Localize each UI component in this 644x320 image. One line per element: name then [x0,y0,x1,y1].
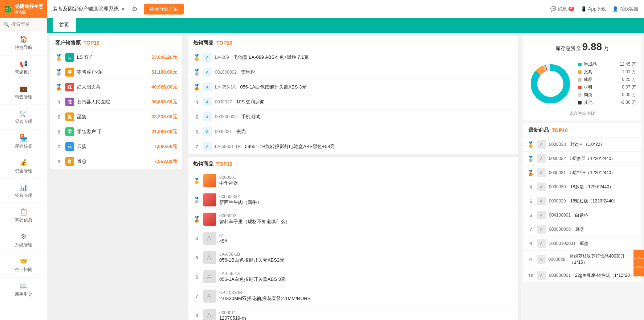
legend-item: 其他 -3.86 万 [578,99,636,106]
new-product-item[interactable]: 4 Ai 0000030 18多层（1220*2440） [523,180,641,194]
new-product-item[interactable]: 🥉 Ai 0000031 5层中纤（1220*2440） [523,166,641,180]
system-title-text: 装备及固定资产辅助管理系统 [53,6,119,12]
new-product-name: 原垄 [575,226,584,233]
sidebar-item-sales[interactable]: 💼 销售管理 [0,80,47,105]
hot-sale-item[interactable]: 7 Ai NB2.0X30B 2.0X30MM双搓花轴,搓花直径2.1MM/RO… [188,287,518,306]
new-product-item[interactable]: 7 Ai 000800008 原垄 [523,222,641,237]
hot-sale-item[interactable]: 🥇 0000001 中华神器 [188,171,518,190]
customer-rank-item[interactable]: 4 苍 苍南县人民医院 36,600.00元 [50,95,182,110]
search-icon: 🔍 [4,22,9,27]
customer-rank-item[interactable]: 🥇 L LS 客户 53,006.26元 [50,50,182,65]
service-icon: 👤 [612,6,618,12]
customer-ranking-header: 客户销售额 TOP10 [50,36,182,50]
new-product-item[interactable]: 🥇 Ai 0000033 封边带（1.0*22） [523,138,641,152]
product-code: 01 [219,233,513,238]
sidebar-label-finance: 资金管理 [15,168,32,174]
customer-amount: 36,600.00元 [151,99,177,105]
hot-sale-item[interactable]: 8 Ai 0000011 12070519-xs [188,306,518,320]
customer-amount: 51,183.00元 [151,69,177,75]
hot-product-item[interactable]: 7 Ai LA-59651-1B 59651-1B旋转投影灯电池盒ABS黑色+5… [188,139,518,154]
product-info: LA-056-1B 056-1B白色按键开关壳ABS2壳 [219,252,513,263]
customer-rank-item[interactable]: 6 零 零售客户-于 21,680.00元 [50,124,182,139]
customer-rank-item[interactable]: 🥉 红 红太阳文具 40,925.00元 [50,80,182,95]
new-product-name: 18颗粒板（1220*2440） [570,198,618,204]
hot-product-item[interactable]: 🥇 Ai LA-089 电池盖 LA-089 ABS本色+黑种 7.1克 [188,50,518,65]
float-btn-live[interactable]: 直播 [633,267,644,276]
dropdown-icon[interactable]: ▼ [121,6,126,12]
product-name: 夹壳 [236,128,246,135]
float-btn-service[interactable]: 客服热线 [633,250,644,258]
new-product-code: 0000032 [549,156,566,161]
home-icon: 🏠 [20,35,28,43]
sidebar-item-purchase[interactable]: 🛒 采购管理 [0,105,47,130]
online-service-button[interactable]: 👤 在线客服 [612,6,639,12]
customer-name: 苍南县人民医院 [77,99,148,105]
sidebar-item-system[interactable]: ⚙ 系统管理 [0,228,47,253]
product-code: 0000002 [219,213,513,218]
sidebar-item-basics[interactable]: 📋 基础信息 [0,204,47,228]
sidebar-nav: 🏠 快捷导航 📢 营销推广 💼 销售管理 🛒 采购管理 🏪 库存核算 💰 资金管… [0,31,47,320]
product-name: 智利车子里（规格不知道填什么） [219,218,513,225]
guide-icon: 📖 [20,282,28,290]
new-product-item[interactable]: 6 Ai 004100001 白钢垫 [523,208,641,222]
inventory-unit: 万 [603,45,609,51]
trial-button[interactable]: 体验行业方案 [144,4,184,15]
sidebar-item-quicknav[interactable]: 🏠 快捷导航 [0,31,47,56]
customer-rank-item[interactable]: 7 云 云扬 7,680.00元 [50,139,182,154]
product-code: 0000017 [215,99,232,104]
message-button[interactable]: 💬 消息 6 [550,6,574,12]
customer-ranking-card: 客户销售额 TOP10 🥇 L LS 客户 53,006.26元 🥈 零 零售客… [50,36,182,169]
float-btn-community[interactable]: 服务社区 [633,258,644,267]
search-menu-item[interactable]: 🔍 搜索菜单 [0,18,47,31]
product-code: LA-59651-1B [215,144,241,149]
hot-product-item[interactable]: 4 Ai 0000017 10S 变利罗浆 [188,95,518,110]
hot-product-item[interactable]: 🥉 Ai LA-056-1A 056-1A白色按键开关盖ABS 3壳 [188,80,518,95]
sidebar-item-collab[interactable]: 🤝 企业协同 [0,253,47,278]
new-product-item[interactable]: 9 Ai 0000028 体娴荔枝味苏打饮品400毫升（1*15） [523,251,641,268]
product-info: 0000011 12070519-xs [219,310,513,320]
new-product-item[interactable]: 5 Ai 0000029 18颗粒板（1220*2440） [523,194,641,208]
product-code: 000500001 [219,194,513,199]
hot-sales-list: 🥇 0000001 中华神器 🥈 000500001 新西兰牛肉（新牛） 🥉 0… [188,171,518,320]
product-info: LA-056-1A 056-1A白色按键开关盖ABS 3壳 [219,271,513,283]
product-name: 雪地靴 [241,69,255,75]
sidebar-item-guide[interactable]: 📖 新手引导 [0,278,47,302]
legend-value: 0.25 万 [622,77,636,83]
new-product-code: 0000030 [549,184,566,189]
tab-home[interactable]: 首页 [53,18,76,33]
hot-sale-item[interactable]: 4 Ai 01 45# [188,229,518,248]
purchase-icon: 🛒 [20,109,28,117]
settings-button[interactable]: ⚙ [129,4,140,15]
hot-product-item[interactable]: 5 Ai 000800005 手机测试 [188,110,518,124]
hot-product-item[interactable]: 6 Ai 0000021 夹壳 [188,124,518,139]
hot-sale-item[interactable]: 6 Ai LA-056-1A 056-1A白色按键开关盖ABS 3壳 [188,267,518,287]
product-code: 000800005 [215,114,237,119]
sidebar-item-inventory[interactable]: 🏪 库存核算 [0,130,47,154]
hot-sales-header: 热销商品 TOP10 [188,157,518,171]
new-product-icon: Ai [537,255,546,264]
hot-product-item[interactable]: 🥈 Ai 001000002 雪地靴 [188,65,518,80]
customer-rank-item[interactable]: 🥈 零 零售客户-许 51,183.00元 [50,65,182,80]
customer-rank-item[interactable]: 8 肖 肖总 7,563.00元 [50,154,182,169]
new-product-item[interactable]: 10 Ai 003800001 22g鱼豆腐-烧烤味（1*12*20） [523,268,641,283]
hot-sale-item[interactable]: 🥉 0000002 智利车子里（规格不知道填什么） [188,210,518,229]
new-product-item[interactable]: 🥈 Ai 0000032 5层多层（1220*2440） [523,152,641,166]
sidebar-item-operations[interactable]: 📊 经营管理 [0,179,47,204]
product-placeholder: Ai [203,309,216,320]
hot-sale-item[interactable]: 🥈 000500001 新西兰牛肉（新牛） [188,190,518,210]
product-info: 0000002 智利车子里（规格不知道填什么） [219,213,513,225]
new-product-item[interactable]: 8 Ai 10000100001 原垄 [523,237,641,251]
system-title: 装备及固定资产辅助管理系统 ▼ [53,6,126,12]
product-code: LA-056-1A [215,85,236,90]
new-product-icon: Ai [537,225,546,234]
sales-icon: 💼 [20,85,28,93]
sidebar-label-purchase: 采购管理 [15,119,32,125]
new-products-card: 最新商品 TOP10 🥇 Ai 0000033 封边带（1.0*22） 🥈 Ai… [523,123,641,283]
marketing-icon: 📢 [20,60,28,68]
app-download-button[interactable]: 📱 App下载 [581,6,606,12]
sidebar-item-marketing[interactable]: 📢 营销推广 [0,56,47,80]
sidebar-item-finance[interactable]: 💰 资金管理 [0,154,47,179]
product-name: 45# [219,238,513,244]
customer-rank-item[interactable]: 5 星 星扬 33,333.00元 [50,110,182,124]
hot-sale-item[interactable]: 5 Ai LA-056-1B 056-1B白色按键开关壳ABS2壳 [188,248,518,267]
